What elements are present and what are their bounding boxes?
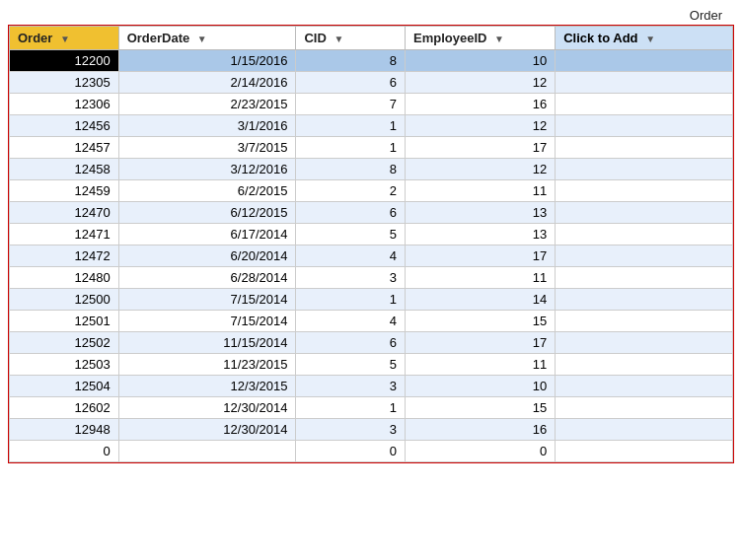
cell-date: 6/17/2014: [118, 224, 296, 245]
cell-date: 3/7/2015: [118, 137, 296, 159]
col-header-emp-label: EmployeeID: [413, 31, 486, 45]
cell-order: 0: [10, 441, 119, 462]
cell-add[interactable]: [556, 332, 733, 354]
table-row[interactable]: 1250311/23/2015511: [10, 354, 733, 376]
cell-date: 6/2/2015: [118, 180, 296, 202]
cell-add[interactable]: [556, 267, 733, 289]
table-row[interactable]: 124573/7/2015117: [10, 137, 733, 159]
cell-add[interactable]: [556, 94, 733, 115]
table-row[interactable]: 1250211/15/2014617: [10, 332, 733, 354]
cell-add[interactable]: [556, 419, 733, 441]
cell-emp: 17: [406, 137, 556, 159]
cell-add[interactable]: [556, 224, 733, 245]
cell-emp: 0: [406, 441, 556, 462]
cell-emp: 11: [406, 267, 556, 289]
cell-date: 12/3/2015: [118, 376, 296, 397]
cell-emp: 12: [406, 115, 556, 137]
cell-add[interactable]: [556, 311, 733, 332]
table-row[interactable]: 1250412/3/2015310: [10, 376, 733, 397]
cell-add[interactable]: [556, 397, 733, 419]
cid-sort-arrow: ▼: [334, 34, 343, 44]
cell-order: 12472: [10, 245, 119, 267]
cell-cid: 7: [296, 94, 406, 115]
col-header-date[interactable]: OrderDate ▼: [118, 27, 296, 50]
table-row[interactable]: 124596/2/2015211: [10, 180, 733, 202]
cell-add[interactable]: [556, 441, 733, 462]
table-body: 122001/15/2016810123052/14/2016612123062…: [10, 50, 733, 462]
cell-add[interactable]: [556, 202, 733, 224]
table-row[interactable]: 125017/15/2014415: [10, 311, 733, 332]
table-row[interactable]: 1260212/30/2014115: [10, 397, 733, 419]
cell-add[interactable]: [556, 137, 733, 159]
cell-order: 12458: [10, 159, 119, 180]
table-row[interactable]: 1294812/30/2014316: [10, 419, 733, 441]
cell-order: 12200: [10, 50, 119, 72]
cell-emp: 16: [406, 419, 556, 441]
table-row[interactable]: 124583/12/2016812: [10, 159, 733, 180]
table-row[interactable]: 124706/12/2015613: [10, 202, 733, 224]
cell-add[interactable]: [556, 159, 733, 180]
cell-add[interactable]: [556, 354, 733, 376]
cell-order: 12602: [10, 397, 119, 419]
header-row: Order ▼ OrderDate ▼ CID ▼ EmployeeID ▼ C…: [10, 27, 733, 50]
cell-emp: 17: [406, 245, 556, 267]
date-sort-arrow: ▼: [197, 34, 207, 44]
cell-add[interactable]: [556, 50, 733, 72]
col-header-add[interactable]: Click to Add ▼: [556, 27, 733, 50]
col-header-cid[interactable]: CID ▼: [296, 27, 406, 50]
cell-order: 12504: [10, 376, 119, 397]
cell-cid: 3: [296, 376, 406, 397]
cell-date: 12/30/2014: [118, 397, 296, 419]
cell-order: 12503: [10, 354, 119, 376]
cell-cid: 4: [296, 245, 406, 267]
cell-order: 12471: [10, 224, 119, 245]
table-row[interactable]: 123052/14/2016612: [10, 72, 733, 94]
col-header-date-label: OrderDate: [127, 31, 190, 45]
cell-add[interactable]: [556, 72, 733, 94]
cell-add[interactable]: [556, 115, 733, 137]
table-row[interactable]: 124726/20/2014417: [10, 245, 733, 267]
col-header-emp[interactable]: EmployeeID ▼: [406, 27, 556, 50]
order-sort-arrow: ▼: [60, 34, 70, 44]
cell-cid: 3: [296, 267, 406, 289]
cell-add[interactable]: [556, 180, 733, 202]
cell-order: 12457: [10, 137, 119, 159]
cell-emp: 11: [406, 180, 556, 202]
cell-emp: 12: [406, 72, 556, 94]
cell-date: 6/28/2014: [118, 267, 296, 289]
cell-emp: 17: [406, 332, 556, 354]
add-sort-arrow: ▼: [645, 34, 655, 44]
cell-date: 3/12/2016: [118, 159, 296, 180]
col-header-order[interactable]: Order ▼: [10, 27, 119, 50]
cell-order: 12501: [10, 311, 119, 332]
top-label: Order: [8, 8, 734, 23]
cell-add[interactable]: [556, 289, 733, 311]
cell-date: 1/15/2016: [118, 50, 296, 72]
col-header-add-label: Click to Add: [563, 31, 637, 45]
data-table: Order ▼ OrderDate ▼ CID ▼ EmployeeID ▼ C…: [9, 26, 733, 462]
cell-order: 12502: [10, 332, 119, 354]
cell-order: 12456: [10, 115, 119, 137]
cell-add[interactable]: [556, 376, 733, 397]
cell-date: 7/15/2014: [118, 289, 296, 311]
cell-date: [118, 441, 296, 462]
table-row[interactable]: 122001/15/2016810: [10, 50, 733, 72]
cell-cid: 4: [296, 311, 406, 332]
table-row[interactable]: 124716/17/2014513: [10, 224, 733, 245]
cell-cid: 0: [296, 441, 406, 462]
table-row[interactable]: 123062/23/2015716: [10, 94, 733, 115]
cell-cid: 6: [296, 72, 406, 94]
table-row[interactable]: 124806/28/2014311: [10, 267, 733, 289]
cell-emp: 10: [406, 376, 556, 397]
cell-cid: 5: [296, 224, 406, 245]
cell-order: 12459: [10, 180, 119, 202]
table-wrapper: Order ▼ OrderDate ▼ CID ▼ EmployeeID ▼ C…: [8, 25, 734, 463]
cell-cid: 2: [296, 180, 406, 202]
table-row[interactable]: 124563/1/2016112: [10, 115, 733, 137]
table-row[interactable]: 000: [10, 441, 733, 462]
cell-date: 11/15/2014: [118, 332, 296, 354]
cell-order: 12500: [10, 289, 119, 311]
table-row[interactable]: 125007/15/2014114: [10, 289, 733, 311]
cell-emp: 13: [406, 202, 556, 224]
cell-add[interactable]: [556, 245, 733, 267]
